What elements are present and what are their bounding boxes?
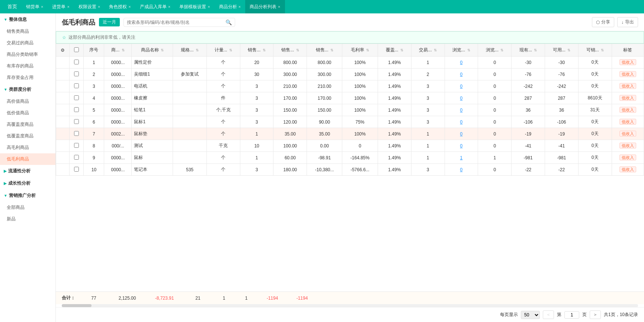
row-views1[interactable]: 0 bbox=[445, 104, 478, 116]
nav-permissions[interactable]: 权限设置 × bbox=[74, 0, 105, 13]
row-check-5[interactable] bbox=[74, 119, 79, 124]
sidebar-item-new-goods[interactable]: 新品 bbox=[0, 213, 55, 225]
row-check-0[interactable] bbox=[74, 60, 79, 64]
nav-product-entry[interactable]: 产成品入库单 × bbox=[135, 0, 175, 13]
close-analysis-list-icon[interactable]: × bbox=[278, 4, 280, 9]
sidebar-item-low-value[interactable]: 低价值商品 bbox=[0, 107, 55, 119]
col-sellable-days[interactable]: 可销... ⇅ bbox=[578, 44, 612, 57]
col-settings[interactable]: ⚙ bbox=[56, 44, 70, 57]
row-views1[interactable]: 0 bbox=[445, 128, 478, 140]
row-checkbox[interactable] bbox=[69, 116, 84, 128]
nav-purchase-order[interactable]: 进货单 × bbox=[48, 0, 74, 13]
export-button[interactable]: ↓ 导出 bbox=[617, 17, 638, 27]
row-check-1[interactable] bbox=[74, 71, 79, 76]
row-checkbox[interactable] bbox=[69, 57, 84, 68]
col-unit[interactable]: 计量... ⇅ bbox=[206, 44, 240, 57]
table-row: 5 0000... 铅笔1 个,千克 3 150.00 150.00 100% … bbox=[56, 104, 644, 116]
nav-template-settings[interactable]: 单据模板设置 × bbox=[175, 0, 214, 13]
next-page-button[interactable]: ＞ bbox=[590, 310, 601, 319]
row-checkbox[interactable] bbox=[69, 128, 84, 140]
col-sales-qty[interactable]: 销售... ⇅ bbox=[240, 44, 273, 57]
sidebar-section-flow[interactable]: ▶ 流通性分析 bbox=[0, 165, 55, 177]
close-purchase-icon[interactable]: × bbox=[67, 4, 69, 9]
row-views1[interactable]: 0 bbox=[445, 116, 478, 128]
col-transactions[interactable]: 交易... ⇅ bbox=[411, 44, 445, 57]
col-code[interactable]: 商... ⇅ bbox=[104, 44, 132, 57]
sidebar-item-category-rate[interactable]: 商品分类助销率 bbox=[0, 49, 55, 60]
row-checkbox[interactable] bbox=[69, 104, 84, 116]
sidebar-item-low-margin[interactable]: 低毛利商品 bbox=[0, 153, 55, 165]
nav-product-analysis-list[interactable]: 商品分析列表 × bbox=[245, 0, 285, 13]
row-views1[interactable]: 0 bbox=[445, 140, 478, 152]
row-check-7[interactable] bbox=[74, 143, 79, 148]
page-number-input[interactable] bbox=[564, 311, 579, 319]
nav-sales-order[interactable]: 销货单 × bbox=[22, 0, 48, 13]
row-check-3[interactable] bbox=[74, 95, 79, 100]
sidebar-item-in-stock[interactable]: 有库存的商品 bbox=[0, 60, 55, 72]
sidebar-item-high-coverage[interactable]: 高覆盖度商品 bbox=[0, 119, 55, 130]
close-permissions-icon[interactable]: × bbox=[98, 4, 100, 9]
row-checkbox[interactable] bbox=[69, 92, 84, 104]
date-filter-button[interactable]: 近一月 bbox=[99, 18, 120, 26]
close-analysis-icon[interactable]: × bbox=[238, 4, 241, 9]
close-sales-order-icon[interactable]: × bbox=[41, 4, 43, 9]
close-role-icon[interactable]: × bbox=[128, 4, 131, 9]
col-spec[interactable]: 规格... ⇅ bbox=[173, 44, 207, 57]
col-current-stock[interactable]: 现有... ⇅ bbox=[512, 44, 545, 57]
sidebar-item-traded-goods[interactable]: 交易过的商品 bbox=[0, 37, 55, 49]
close-product-entry-icon[interactable]: × bbox=[168, 4, 170, 9]
sidebar-item-capital[interactable]: 库存资金占用 bbox=[0, 72, 55, 83]
search-icon[interactable]: 🔍 bbox=[225, 19, 232, 25]
col-sales-price[interactable]: 销售... ⇅ bbox=[273, 44, 307, 57]
scrollbar-thumb[interactable] bbox=[62, 304, 92, 307]
row-views1[interactable]: 0 bbox=[445, 80, 478, 92]
close-template-icon[interactable]: × bbox=[208, 4, 210, 9]
horizontal-scrollbar[interactable] bbox=[62, 304, 638, 307]
search-input[interactable] bbox=[127, 20, 225, 25]
sidebar-item-high-value[interactable]: 高价值商品 bbox=[0, 96, 55, 107]
row-checkbox[interactable] bbox=[69, 152, 84, 164]
row-views1[interactable]: 0 bbox=[445, 92, 478, 104]
col-views2[interactable]: 浏览... ⇅ bbox=[478, 44, 512, 57]
col-views1[interactable]: 浏览... ⇅ bbox=[445, 44, 478, 57]
row-check-8[interactable] bbox=[74, 155, 79, 160]
sidebar-section-overall[interactable]: ▼ 整体信息 bbox=[0, 13, 55, 26]
sidebar-item-low-coverage[interactable]: 低覆盖度商品 bbox=[0, 130, 55, 142]
sidebar-item-high-margin[interactable]: 高毛利商品 bbox=[0, 142, 55, 153]
nav-role-auth[interactable]: 角色授权 × bbox=[105, 0, 135, 13]
col-checkbox[interactable] bbox=[69, 44, 84, 57]
share-button[interactable]: ⬡ 分享 bbox=[592, 17, 614, 27]
row-check-2[interactable] bbox=[74, 83, 79, 88]
row-checkbox[interactable] bbox=[69, 140, 84, 152]
row-check-9[interactable] bbox=[74, 167, 79, 172]
row-gross-margin: 0 bbox=[342, 140, 378, 152]
col-coverage[interactable]: 覆盖... ⇅ bbox=[378, 44, 411, 57]
sidebar-section-growth[interactable]: ▶ 成长性分析 bbox=[0, 177, 55, 189]
row-views1[interactable]: 0 bbox=[445, 68, 478, 80]
col-gross-margin[interactable]: 毛利率 ⇅ bbox=[342, 44, 378, 57]
sidebar-section-cluster[interactable]: ▼ 类群度分析 bbox=[0, 83, 55, 96]
notice-icon: ☆ bbox=[62, 35, 66, 40]
prev-page-button[interactable]: ＜ bbox=[543, 310, 554, 319]
row-views1[interactable]: 0 bbox=[445, 164, 478, 176]
row-check-6[interactable] bbox=[74, 131, 79, 136]
row-unit: 个 bbox=[206, 57, 240, 68]
row-checkbox[interactable] bbox=[69, 68, 84, 80]
row-views1[interactable]: 1 bbox=[445, 152, 478, 164]
row-checkbox[interactable] bbox=[69, 80, 84, 92]
sidebar-section-marketing[interactable]: ▼ 营销推广分析 bbox=[0, 189, 55, 202]
col-name[interactable]: 商品名称 ⇅ bbox=[132, 44, 173, 57]
row-check-4[interactable] bbox=[74, 107, 79, 112]
nav-product-analysis[interactable]: 商品分析 × bbox=[215, 0, 245, 13]
row-checkbox[interactable] bbox=[69, 164, 84, 176]
row-code: 000/... bbox=[104, 140, 132, 152]
col-available[interactable]: 可用... ⇅ bbox=[545, 44, 578, 57]
per-page-select[interactable]: 50 100 200 bbox=[521, 311, 540, 319]
col-sales-amount[interactable]: 销售... ⇅ bbox=[307, 44, 342, 57]
select-all-checkbox[interactable] bbox=[74, 47, 79, 52]
sidebar-item-all-goods[interactable]: 全部商品 bbox=[0, 202, 55, 213]
sidebar-item-sales-goods[interactable]: 销售类商品 bbox=[0, 26, 55, 37]
table-container[interactable]: ⚙ 序号 商... ⇅ 商品名称 ⇅ 规格... ⇅ 计量... ⇅ 销售...… bbox=[56, 44, 644, 291]
row-views1[interactable]: 0 bbox=[445, 57, 478, 68]
nav-home[interactable]: 首页 bbox=[3, 0, 22, 13]
